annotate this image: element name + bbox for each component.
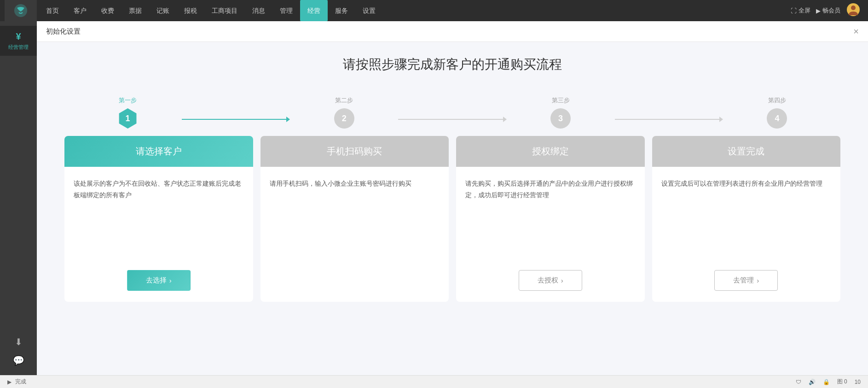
step-card-3-header: 授权绑定	[456, 136, 645, 167]
step-card-2-footer	[260, 283, 449, 302]
nav-account[interactable]: 记账	[149, 0, 177, 21]
nav-tax[interactable]: 报税	[177, 0, 204, 21]
step-card-1-title: 请选择客户	[136, 146, 182, 156]
step3-circle: 3	[550, 108, 571, 129]
yuan-icon: ¥	[16, 31, 21, 42]
top-navigation: 首页 客户 收费 票据 记账 报税 工商项目 消息 管理 经营 服务 设置 ⛶ …	[0, 0, 868, 21]
nav-bill[interactable]: 票据	[122, 0, 149, 21]
content-area: 初始化设置 × 请按照步骤完成新客户的开通购买流程 第一步 1	[37, 21, 868, 375]
step1-circle: 1	[118, 108, 138, 129]
step-card-2-header: 手机扫码购买	[260, 136, 449, 167]
main-content: 请按照步骤完成新客户的开通购买流程 第一步 1 第二步	[37, 42, 868, 375]
step4-circle: 4	[767, 108, 787, 129]
step-card-2: 手机扫码购买 请用手机扫码，输入小微企业主账号密码进行购买	[260, 136, 449, 302]
step4-label: 第四步	[768, 96, 786, 105]
nav-operation[interactable]: 经营	[300, 0, 328, 21]
sidebar-bottom: ⬇ 💬	[13, 336, 24, 375]
step-card-4: 设置完成 设置完成后可以在管理列表进行所有企业用户的经营管理 去管理 ›	[652, 136, 841, 302]
shield-status-icon: 🛡	[796, 379, 801, 385]
support-btn[interactable]: 💬	[13, 355, 24, 366]
step-card-4-header: 设置完成	[652, 136, 841, 167]
nav-message[interactable]: 消息	[245, 0, 272, 21]
step3-label: 第三步	[552, 96, 570, 105]
step-card-1: 请选择客户 该处展示的客户为不在回收站、客户状态正常建账后完成老板端绑定的所有客…	[64, 136, 253, 302]
vip-btn[interactable]: ▶ 畅会员	[816, 6, 840, 15]
nav-home[interactable]: 首页	[39, 0, 66, 21]
user-avatar[interactable]	[846, 2, 861, 19]
manage-btn[interactable]: 去管理 ›	[714, 270, 778, 291]
status-bar-right: 🛡 🔊 🔒 图 0 10	[796, 378, 861, 386]
nav-settings[interactable]: 设置	[355, 0, 383, 21]
step-card-2-body: 请用手机扫码，输入小微企业主账号密码进行购买	[260, 167, 449, 283]
sidebar: ¥ 经营管理 ⬇ 💬	[0, 21, 37, 375]
nav-business[interactable]: 工商项目	[204, 0, 245, 21]
nav-manage[interactable]: 管理	[272, 0, 300, 21]
arrow-icon-4: ›	[757, 276, 759, 284]
step-group-2: 第二步 2	[290, 96, 398, 129]
select-customer-btn[interactable]: 去选择 ›	[127, 270, 191, 291]
arrow-icon-3: ›	[561, 276, 563, 284]
step-group-3: 第三步 3	[507, 96, 615, 129]
step-card-3-body: 请先购买，购买后选择开通的产品中的企业用户进行授权绑定，成功后即可进行经营管理	[456, 167, 645, 263]
step1-label: 第一步	[119, 96, 137, 105]
status-bar: ▶ 完成 🛡 🔊 🔒 图 0 10	[0, 375, 868, 388]
nav-charge[interactable]: 收费	[94, 0, 122, 21]
step-group-1: 第一步 1	[74, 96, 182, 129]
nav-customer[interactable]: 客户	[66, 0, 94, 21]
connector-1-2	[182, 117, 290, 122]
content-header: 初始化设置 ×	[37, 21, 868, 42]
step-card-2-title: 手机扫码购买	[327, 146, 382, 156]
step-card-4-title: 设置完成	[728, 146, 764, 156]
step-group-4: 第四步 4	[723, 96, 831, 129]
sidebar-item-operation[interactable]: ¥ 经营管理	[0, 26, 37, 56]
vip-icon: ▶	[816, 7, 821, 14]
step-card-1-header: 请选择客户	[64, 136, 253, 167]
step-card-3-title: 授权绑定	[532, 146, 569, 156]
step2-label: 第二步	[335, 96, 353, 105]
clock-status: 10	[855, 379, 861, 385]
status-text: 完成	[15, 378, 26, 386]
step-card-4-footer: 去管理 ›	[652, 263, 841, 302]
arrow-icon-1: ›	[169, 276, 172, 284]
authorize-btn[interactable]: 去授权 ›	[519, 270, 582, 291]
fullscreen-btn[interactable]: ⛶ 全屏	[791, 6, 810, 15]
close-button[interactable]: ×	[853, 27, 859, 36]
page-title: 请按照步骤完成新客户的开通购买流程	[64, 56, 840, 73]
step-card-3: 授权绑定 请先购买，购买后选择开通的产品中的企业用户进行授权绑定，成功后即可进行…	[456, 136, 645, 302]
volume-status-icon: 🔊	[809, 379, 816, 385]
step-card-4-body: 设置完成后可以在管理列表进行所有企业用户的经营管理	[652, 167, 841, 263]
main-layout: ¥ 经营管理 ⬇ 💬 初始化设置 × 请按照步骤完成新客户的开通购买流程 第一步…	[0, 21, 868, 375]
page-breadcrumb: 初始化设置	[46, 27, 81, 36]
fullscreen-icon: ⛶	[791, 7, 797, 14]
steps-progress: 第一步 1 第二步 2	[64, 96, 840, 129]
connector-3-4	[615, 117, 723, 122]
step-card-3-footer: 去授权 ›	[456, 263, 645, 302]
app-logo	[5, 0, 37, 21]
step-card-1-body: 该处展示的客户为不在回收站、客户状态正常建账后完成老板端绑定的所有客户	[64, 167, 253, 263]
network-status: 图 0	[837, 378, 847, 386]
step2-circle: 2	[334, 108, 354, 129]
download-btn[interactable]: ⬇	[15, 336, 23, 347]
nav-right-actions: ⛶ 全屏 ▶ 畅会员	[791, 2, 868, 19]
connector-2-3	[398, 117, 506, 122]
nav-service[interactable]: 服务	[328, 0, 355, 21]
step-card-1-footer: 去选择 ›	[64, 263, 253, 302]
play-icon: ▶	[7, 379, 12, 385]
svg-point-2	[851, 6, 856, 10]
step-cards: 请选择客户 该处展示的客户为不在回收站、客户状态正常建账后完成老板端绑定的所有客…	[64, 136, 840, 302]
lock-status-icon: 🔒	[823, 379, 830, 385]
